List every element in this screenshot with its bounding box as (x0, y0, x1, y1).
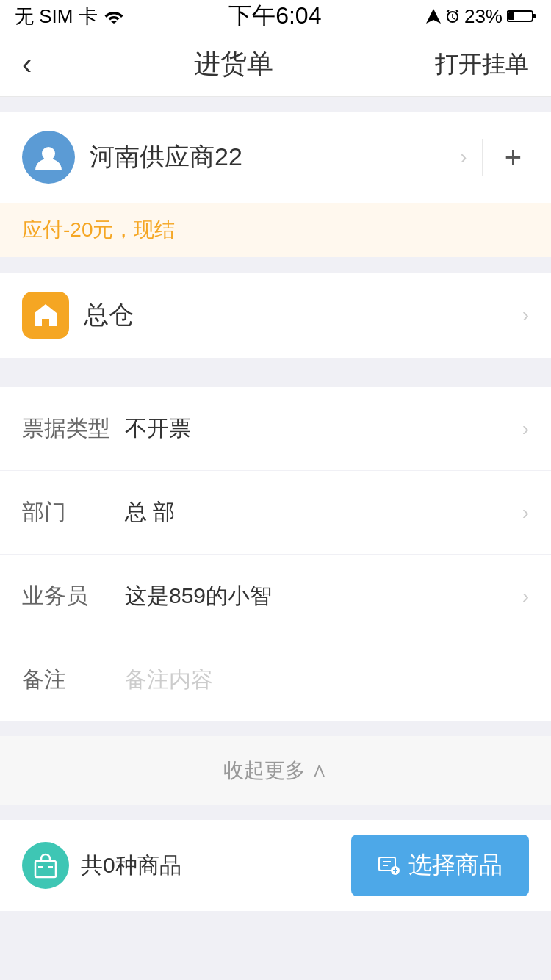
svg-rect-2 (533, 14, 536, 18)
product-icon (22, 842, 69, 889)
remark-row[interactable]: 备注 备注内容 (0, 638, 551, 721)
signal-text: 无 SIM 卡 (15, 4, 98, 29)
salesperson-row[interactable]: 业务员 这是859的小智 › (0, 555, 551, 638)
section-gap-1 (0, 97, 551, 112)
salesperson-value: 这是859的小智 (125, 581, 522, 611)
page-rest (0, 911, 551, 980)
status-time: 下午6:04 (228, 0, 321, 32)
svg-point-4 (42, 147, 55, 160)
warehouse-name: 总仓 (84, 298, 522, 332)
select-product-icon (378, 854, 400, 876)
back-button[interactable]: ‹ (22, 48, 32, 81)
warehouse-icon (22, 292, 69, 339)
supplier-section: 河南供应商22 › + 应付-20元，现结 (0, 112, 551, 257)
shopping-bag-icon (32, 852, 59, 879)
user-icon (32, 141, 65, 173)
wifi-icon (104, 9, 124, 24)
collapse-label: 收起更多 ∧ (223, 759, 328, 782)
supplier-chevron: › (460, 145, 467, 169)
alarm-icon (445, 9, 460, 24)
invoice-type-label: 票据类型 (22, 414, 125, 444)
invoice-type-value: 不开票 (125, 414, 522, 444)
svg-rect-5 (35, 861, 56, 877)
battery-percent: 23% (464, 5, 503, 28)
department-chevron: › (522, 501, 529, 525)
supplier-row[interactable]: 河南供应商22 › + (0, 112, 551, 203)
supplier-avatar (22, 131, 75, 184)
product-count-area: 共0种商品 (22, 842, 181, 889)
section-gap-3 (0, 358, 551, 372)
salesperson-chevron: › (522, 585, 529, 608)
open-pending-button[interactable]: 打开挂单 (435, 48, 529, 81)
select-product-button[interactable]: 选择商品 (351, 835, 529, 896)
collapse-row[interactable]: 收起更多 ∧ (0, 736, 551, 805)
department-label: 部门 (22, 497, 125, 527)
alert-text: 应付-20元，现结 (22, 218, 175, 241)
supplier-name: 河南供应商22 (90, 140, 460, 174)
invoice-type-row[interactable]: 票据类型 不开票 › (0, 387, 551, 471)
add-supplier-button[interactable]: + (497, 134, 529, 181)
bottom-bar: 共0种商品 选择商品 (0, 820, 551, 911)
warehouse-chevron: › (522, 303, 529, 327)
warehouse-row[interactable]: 总仓 › (0, 272, 551, 358)
department-row[interactable]: 部门 总 部 › (0, 471, 551, 555)
department-value: 总 部 (125, 497, 522, 527)
supplier-alert: 应付-20元，现结 (0, 203, 551, 257)
product-count-text: 共0种商品 (81, 851, 181, 881)
status-left: 无 SIM 卡 (15, 4, 124, 29)
supplier-divider (482, 139, 483, 176)
svg-rect-3 (508, 12, 514, 20)
salesperson-label: 业务员 (22, 581, 125, 611)
invoice-type-chevron: › (522, 417, 529, 441)
select-product-label: 选择商品 (408, 849, 503, 882)
house-icon (32, 301, 60, 329)
remark-label: 备注 (22, 665, 125, 695)
status-bar: 无 SIM 卡 下午6:04 23% (0, 0, 551, 32)
remark-input[interactable]: 备注内容 (125, 665, 529, 695)
warehouse-section: 总仓 › (0, 272, 551, 358)
battery-icon (507, 9, 536, 24)
section-gap-2 (0, 257, 551, 272)
status-right: 23% (426, 5, 536, 28)
location-icon (426, 9, 441, 24)
nav-bar: ‹ 进货单 打开挂单 (0, 32, 551, 97)
page-title: 进货单 (194, 46, 273, 82)
form-section: 票据类型 不开票 › 部门 总 部 › 业务员 这是859的小智 › 备注 备注… (0, 387, 551, 721)
